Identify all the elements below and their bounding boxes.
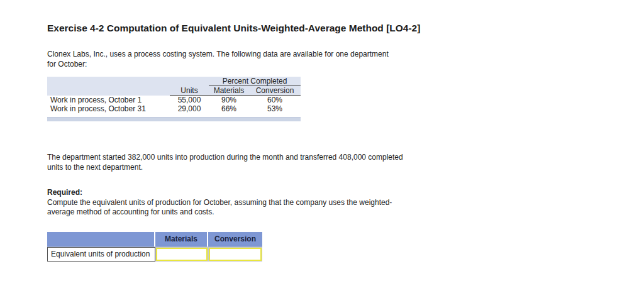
answer-header-conversion: Conversion: [208, 232, 262, 247]
production-line-2: units to the next department.: [47, 163, 403, 173]
table-row: Work in process, October 1 55,000 90% 60…: [47, 96, 301, 105]
answer-input-row: Equivalent units of production: [47, 247, 262, 262]
production-line-1: The department started 382,000 units int…: [47, 153, 403, 163]
column-header-materials: Materials: [209, 86, 249, 96]
wip-conversion-percent: 53%: [249, 104, 301, 113]
table-row: Work in process, October 31 29,000 66% 5…: [47, 104, 301, 113]
table-footer-bar: [47, 117, 301, 121]
wip-row-label: Work in process, October 31: [47, 104, 170, 113]
answer-header-blank: [47, 232, 155, 247]
group-header-row: Percent Completed: [47, 77, 301, 86]
column-header-units: Units: [170, 86, 209, 96]
intro-line-2: for October:: [47, 60, 389, 70]
answer-row-label: Equivalent units of production: [47, 247, 155, 262]
wip-data-table: Percent Completed Units Materials Conver…: [47, 77, 301, 113]
wip-units-value: 29,000: [170, 104, 209, 113]
wip-row-label: Work in process, October 1: [47, 96, 170, 105]
answer-table: Materials Conversion Equivalent units of…: [47, 232, 262, 262]
answer-header-row: Materials Conversion: [47, 232, 262, 247]
wip-materials-percent: 66%: [209, 104, 249, 113]
materials-input[interactable]: [156, 248, 208, 261]
wip-conversion-percent: 60%: [249, 96, 301, 105]
exercise-page: Exercise 4-2 Computation of Equivalent U…: [0, 0, 644, 298]
answer-header-materials: Materials: [155, 232, 208, 247]
page-title: Exercise 4-2 Computation of Equivalent U…: [47, 23, 420, 34]
production-paragraph: The department started 382,000 units int…: [47, 153, 403, 172]
conversion-input-cell: [208, 247, 262, 262]
required-line-2: average method of accounting for units a…: [47, 207, 392, 218]
wip-materials-percent: 90%: [209, 96, 249, 105]
required-heading: Required:: [47, 188, 392, 198]
column-header-conversion: Conversion: [249, 86, 301, 96]
intro-line-1: Clonex Labs, Inc., uses a process costin…: [47, 50, 389, 60]
required-section: Required: Compute the equivalent units o…: [47, 188, 392, 218]
materials-input-cell: [155, 247, 208, 262]
wip-units-value: 55,000: [170, 96, 209, 105]
percent-completed-header: Percent Completed: [209, 77, 301, 86]
column-header-row: Units Materials Conversion: [47, 86, 301, 96]
intro-paragraph: Clonex Labs, Inc., uses a process costin…: [47, 50, 389, 69]
conversion-input[interactable]: [209, 248, 262, 261]
required-line-1: Compute the equivalent units of producti…: [47, 198, 392, 208]
